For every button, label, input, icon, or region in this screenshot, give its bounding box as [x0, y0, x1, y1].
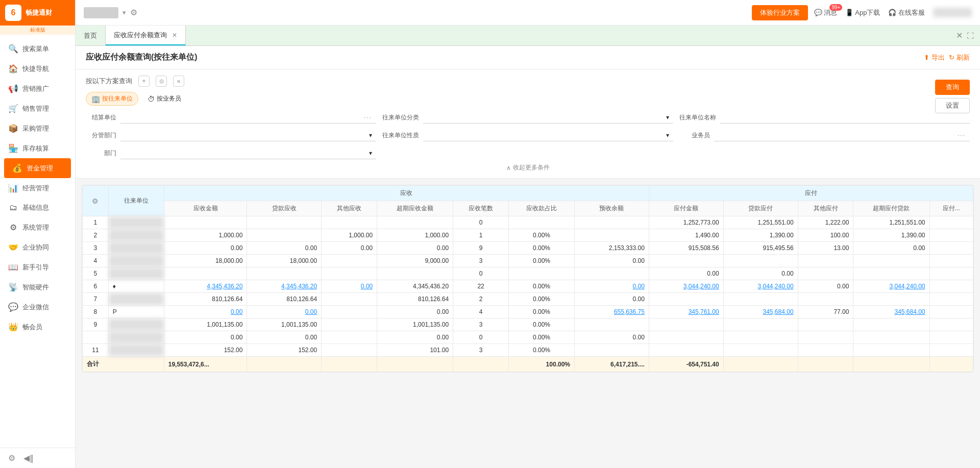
sidebar-item-cooperation[interactable]: 🤝 企业协同 — [0, 237, 75, 257]
sidebar-item-inventory[interactable]: 🏪 库存核算 — [0, 138, 75, 158]
sidebar-item-member[interactable]: 👑 畅会员 — [0, 317, 75, 337]
scheme-by-unit[interactable]: 🏢 按往来单位 — [86, 92, 138, 106]
collapse-icon[interactable]: ◀‖ — [23, 453, 34, 463]
footer-other-pay — [798, 357, 853, 372]
chevron-down-icon2: ▾ — [369, 132, 372, 139]
filter-row-salesperson: 业务员 ··· — [679, 130, 970, 141]
sidebar-item-quick-nav[interactable]: 🏠 快捷导航 — [0, 59, 75, 79]
data-table: ⚙ 往来单位 应收 应付 应收金额 贷款应收 其他应收 超期应收金额 应收笔数 … — [82, 185, 973, 372]
sidebar-item-operations[interactable]: 📊 经营管理 — [0, 178, 75, 198]
sidebar-item-finance[interactable]: 💰 资金管理 — [4, 158, 71, 178]
th-pay-amount: 应付金额 — [649, 201, 723, 216]
sidebar-item-purchase[interactable]: 📦 采购管理 — [0, 118, 75, 138]
query-buttons: 查询 设置 — [935, 80, 970, 113]
dept-label: 分管部门 — [86, 131, 116, 140]
data-table-container: ⚙ 往来单位 应收 应付 应收金额 贷款应收 其他应收 超期应收金额 应收笔数 … — [82, 185, 974, 373]
basic-icon: 🗂 — [8, 203, 18, 212]
settlement-unit-input[interactable]: ··· — [120, 112, 376, 124]
tab-home[interactable]: 首页 — [76, 26, 106, 45]
filter-collapse-button[interactable]: ∧ 收起更多条件 — [86, 163, 970, 172]
sidebar-item-sales[interactable]: 🛒 销售管理 — [0, 98, 75, 118]
th-payable-group: 应付 — [649, 186, 973, 201]
app-download-btn[interactable]: 📱 App下载 — [845, 8, 880, 17]
th-receivable-group: 应收 — [164, 186, 649, 201]
tab-balance-label: 应收应付余额查询 — [114, 31, 167, 40]
collapse-label: 收起更多条件 — [513, 163, 550, 172]
online-service-btn[interactable]: 🎧 在线客服 — [888, 8, 925, 17]
salesperson-input[interactable]: ··· — [714, 130, 970, 141]
sidebar-item-hardware[interactable]: 📡 智能硬件 — [0, 277, 75, 297]
unit-name-input[interactable] — [720, 112, 970, 124]
tab-balance-query[interactable]: 应收应付余额查询 ✕ — [106, 26, 186, 45]
window-maximize-icon[interactable]: ⛶ — [967, 32, 974, 40]
filter-add-button[interactable]: + — [138, 76, 150, 87]
settings-icon[interactable]: ⚙ — [8, 453, 15, 463]
sidebar-bottom: ⚙ ◀‖ — [0, 448, 75, 468]
online-service-label: 在线客服 — [898, 9, 925, 16]
download-icon: 📱 — [845, 9, 853, 16]
sidebar-item-label: 销售管理 — [22, 104, 49, 113]
query-button[interactable]: 查询 — [935, 80, 970, 95]
gear-btn[interactable]: ⚙ — [130, 8, 137, 17]
sidebar-item-wechat[interactable]: 💬 企业微信 — [0, 297, 75, 317]
user-info: Rit — [933, 8, 972, 17]
app-logo-icon: 6 — [5, 5, 21, 21]
sidebar-item-label: 智能硬件 — [22, 283, 49, 292]
footer-recv-count — [453, 357, 509, 372]
scheme-by-staff[interactable]: ⏱ 按业务员 — [142, 92, 186, 105]
unit-category-select[interactable]: ▾ — [423, 112, 673, 124]
table-row: 5████00.000.00 — [83, 267, 973, 280]
footer-other-recv — [322, 357, 377, 372]
breadcrumb-user: 用户名称 — [84, 7, 118, 18]
dept-select[interactable]: ▾ — [120, 130, 376, 141]
sidebar-item-guide[interactable]: 📖 新手引导 — [0, 257, 75, 277]
window-close-icon[interactable]: ✕ — [956, 31, 963, 40]
filter-area: 按以下方案查询 + ⊙ « 🏢 按往来单位 ⏱ 按业务员 结算单位 — [76, 69, 980, 179]
finance-icon: 💰 — [12, 163, 22, 173]
sidebar-item-marketing[interactable]: 📢 营销推广 — [0, 79, 75, 98]
th-overdue-pay: 超期应付贷款 — [853, 201, 929, 216]
sidebar-item-search[interactable]: 🔍 搜索菜单 — [0, 39, 75, 59]
scheme-by-unit-label: 按往来单位 — [102, 94, 133, 103]
filter-top: 按以下方案查询 + ⊙ « — [86, 76, 970, 87]
table-row: 11████152.00152.00101.0030.00% — [83, 344, 973, 357]
filter-row-unit-category: 往来单位分类 ▾ — [382, 112, 673, 124]
header-right: 💬 消息 99+ 📱 App下载 🎧 在线客服 Rit — [814, 8, 972, 17]
settlement-dots-icon[interactable]: ··· — [364, 114, 372, 121]
messages-badge[interactable]: 💬 消息 99+ — [814, 8, 838, 17]
service-icon: 🎧 — [888, 9, 896, 16]
table-row: 9████1,001,135.001,001,135.001,001,135.0… — [83, 318, 973, 331]
filter-row-unit-nature: 往来单位性质 ▾ — [382, 130, 673, 141]
table-settings-icon[interactable]: ⚙ — [92, 197, 99, 205]
refresh-button[interactable]: ↻ 刷新 — [949, 53, 970, 62]
th-other-recv: 其他应收 — [322, 201, 377, 216]
sales-icon: 🛒 — [8, 104, 18, 113]
sidebar-item-label: 库存核算 — [22, 144, 49, 153]
sidebar-item-basic[interactable]: 🗂 基础信息 — [0, 198, 75, 217]
page-actions: ⬆ 导出 ↻ 刷新 — [924, 53, 970, 62]
staff-scheme-icon: ⏱ — [148, 95, 155, 103]
filter-collapse-btn[interactable]: « — [173, 76, 184, 87]
messages-count: 99+ — [829, 4, 842, 11]
setting-button[interactable]: 设置 — [935, 98, 970, 113]
filter-schemes: 🏢 按往来单位 ⏱ 按业务员 — [86, 92, 970, 106]
sidebar-item-system[interactable]: ⚙ 系统管理 — [0, 217, 75, 237]
page-title: 应收应付余额查询(按往来单位) — [86, 52, 198, 63]
settlement-unit-label: 结算单位 — [86, 113, 116, 122]
table-row: 2████1,000.001,000.001,000.0010.00%1,490… — [83, 229, 973, 242]
th-overdue-recv: 超期应收金额 — [377, 201, 453, 216]
unit-nature-select[interactable]: ▾ — [423, 130, 673, 141]
sidebar-item-label: 快捷导航 — [22, 64, 49, 73]
salesperson-dots-icon[interactable]: ··· — [958, 132, 966, 139]
system-icon: ⚙ — [8, 223, 18, 232]
department-label: 部门 — [86, 149, 116, 158]
scheme-by-staff-label: 按业务员 — [157, 94, 181, 103]
footer-loan-pay — [723, 357, 798, 372]
footer-overdue-recv — [377, 357, 453, 372]
filter-target-button[interactable]: ⊙ — [156, 76, 167, 87]
tab-close-icon[interactable]: ✕ — [172, 32, 177, 39]
department-select[interactable]: ▾ — [120, 147, 376, 159]
industry-solution-button[interactable]: 体验行业方案 — [752, 5, 808, 20]
export-button[interactable]: ⬆ 导出 — [924, 53, 945, 62]
table-row: ████0.000.000.0000.00%0.00 — [83, 331, 973, 344]
